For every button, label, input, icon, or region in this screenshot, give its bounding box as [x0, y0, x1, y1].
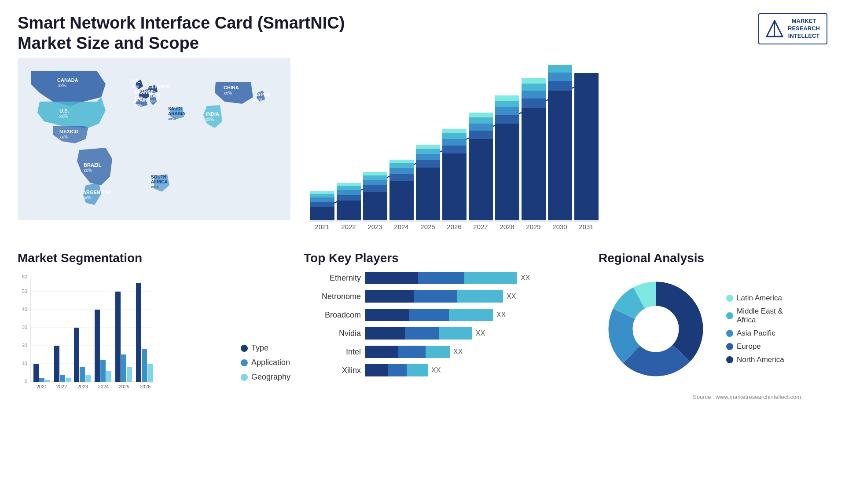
- donut-chart: [599, 272, 713, 386]
- svg-rect-49: [310, 207, 334, 220]
- player-value-broadcom: XX: [496, 309, 506, 321]
- reg-label-mea: Middle East &Africa: [737, 307, 783, 325]
- svg-rect-131: [74, 328, 79, 382]
- svg-rect-95: [548, 81, 572, 91]
- player-value-ethernity: XX: [521, 272, 530, 284]
- bar-chart: XX XX XX XX XX XX XX XX XX XX XX: [304, 62, 819, 229]
- bar-seg2: [418, 272, 464, 284]
- source-text: Source : www.marketresearchintellect.com: [693, 394, 819, 400]
- svg-rect-91: [522, 91, 546, 99]
- bar-chart-svg: XX XX XX XX XX XX XX XX XX XX XX: [304, 62, 603, 238]
- reg-legend-north-america: North America: [726, 355, 784, 364]
- svg-rect-96: [548, 73, 572, 81]
- player-bar-ethernity: XX: [365, 272, 585, 284]
- svg-text:CHINA: CHINA: [224, 85, 239, 90]
- svg-rect-68: [389, 160, 414, 163]
- reg-dot-latin: [726, 295, 733, 302]
- svg-text:10: 10: [22, 361, 27, 366]
- svg-rect-66: [389, 168, 414, 174]
- svg-rect-60: [363, 185, 387, 192]
- svg-text:MEXICO: MEXICO: [59, 129, 79, 134]
- svg-text:SAUDI: SAUDI: [168, 106, 182, 111]
- svg-rect-133: [85, 375, 91, 382]
- svg-text:2025: 2025: [119, 384, 129, 389]
- svg-text:xx%: xx%: [59, 135, 68, 139]
- players-list: Ethernity XX Netronome XX: [304, 272, 585, 376]
- logo-icon: [766, 20, 783, 37]
- legend-application: Application: [241, 358, 290, 367]
- bar-seg1: [365, 346, 398, 358]
- svg-rect-58: [337, 183, 361, 186]
- svg-rect-53: [310, 191, 334, 194]
- svg-rect-55: [337, 195, 361, 201]
- svg-text:xx%: xx%: [131, 84, 139, 88]
- page-title: Smart Network Interface Card (SmartNIC) …: [18, 13, 370, 53]
- regional-analysis-section: Regional Analysis: [599, 251, 827, 401]
- player-bar-intel: XX: [365, 346, 585, 358]
- world-map: CANADA xx% U.S. xx% MEXICO xx% BRAZIL xx…: [18, 58, 290, 220]
- legend-application-dot: [241, 359, 248, 366]
- main-content: CANADA xx% U.S. xx% MEXICO xx% BRAZIL xx…: [0, 58, 845, 401]
- svg-rect-90: [522, 99, 546, 108]
- svg-rect-83: [469, 113, 493, 117]
- svg-text:2031: 2031: [579, 223, 593, 230]
- regional-title: Regional Analysis: [599, 251, 827, 265]
- svg-rect-52: [310, 194, 334, 197]
- player-row-intel: Intel XX: [304, 346, 585, 358]
- segmentation-chart: 0 10 20 30 40 50 60: [18, 272, 290, 395]
- svg-text:xx%: xx%: [149, 99, 156, 103]
- svg-rect-92: [522, 84, 546, 91]
- reg-dot-europe: [726, 343, 733, 350]
- svg-rect-74: [442, 153, 467, 220]
- svg-rect-82: [469, 117, 493, 124]
- svg-rect-128: [54, 346, 59, 382]
- svg-rect-93: [522, 78, 546, 84]
- bar-seg3: [457, 290, 503, 303]
- svg-text:0: 0: [25, 379, 27, 384]
- world-map-svg: CANADA xx% U.S. xx% MEXICO xx% BRAZIL xx…: [18, 58, 290, 220]
- player-name-broadcom: Broadcom: [304, 310, 361, 320]
- svg-point-154: [633, 306, 679, 352]
- svg-rect-97: [548, 65, 572, 73]
- donut-svg: [599, 272, 713, 386]
- legend-type: Type: [241, 343, 290, 353]
- svg-text:xx%: xx%: [58, 83, 66, 88]
- bar-seg1: [365, 309, 409, 321]
- svg-rect-62: [363, 175, 387, 180]
- player-row-xilinx: Xilinx XX: [304, 364, 585, 376]
- svg-text:2026: 2026: [447, 223, 461, 230]
- reg-label-latin: Latin America: [737, 294, 782, 303]
- svg-rect-76: [442, 139, 467, 146]
- svg-rect-50: [310, 202, 334, 207]
- svg-text:CANADA: CANADA: [57, 77, 78, 83]
- svg-rect-67: [389, 163, 414, 168]
- player-value-xilinx: XX: [431, 364, 441, 376]
- bar-chart-section: XX XX XX XX XX XX XX XX XX XX XX: [295, 58, 827, 242]
- reg-legend-europe: Europe: [726, 342, 784, 351]
- bottom-sections: Market Segmentation 0 10 20 30 40 50: [18, 247, 827, 401]
- svg-text:U.S.: U.S.: [59, 108, 69, 113]
- svg-text:ARGENTINA: ARGENTINA: [83, 190, 111, 195]
- svg-rect-141: [142, 349, 147, 382]
- svg-text:2021: 2021: [315, 223, 329, 230]
- svg-rect-57: [337, 186, 361, 190]
- svg-rect-86: [495, 107, 519, 115]
- reg-dot-na: [726, 356, 733, 363]
- svg-rect-94: [548, 91, 572, 220]
- player-row-nvidia: Nvidia XX: [304, 327, 585, 340]
- svg-text:30: 30: [22, 325, 27, 330]
- svg-text:2024: 2024: [394, 223, 408, 230]
- svg-text:xx%: xx%: [224, 91, 232, 95]
- svg-rect-88: [495, 95, 519, 101]
- svg-rect-85: [495, 115, 519, 124]
- svg-rect-84: [495, 124, 519, 220]
- svg-rect-51: [310, 197, 334, 202]
- reg-label-na: North America: [737, 355, 784, 364]
- svg-text:20: 20: [22, 343, 27, 348]
- svg-rect-89: [522, 108, 546, 220]
- player-row-broadcom: Broadcom XX: [304, 309, 585, 321]
- svg-rect-56: [337, 190, 361, 195]
- svg-text:2023: 2023: [77, 384, 88, 389]
- svg-rect-132: [80, 367, 85, 382]
- svg-text:2028: 2028: [500, 223, 514, 230]
